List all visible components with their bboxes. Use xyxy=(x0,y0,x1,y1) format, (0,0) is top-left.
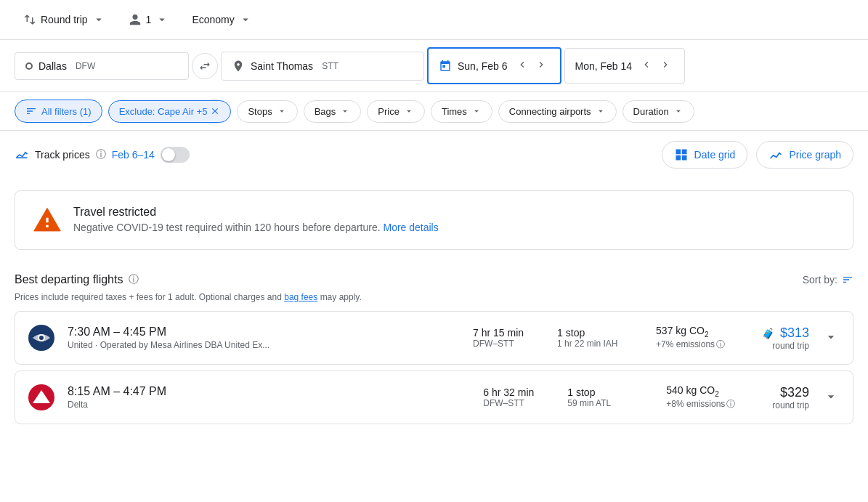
passengers-label: 1 xyxy=(146,14,152,25)
emissions-info-icon[interactable]: ⓘ xyxy=(726,398,735,410)
depart-date-nav xyxy=(514,56,550,76)
emissions-value: 540 kg CO2 xyxy=(666,384,760,398)
all-filters-button[interactable]: All filters (1) xyxy=(15,100,102,123)
airline-logo-delta xyxy=(27,383,56,412)
track-prices-row: Track prices ⓘ Feb 6–14 Date grid Price … xyxy=(0,131,868,179)
more-details-link[interactable]: More details xyxy=(383,222,438,233)
return-date-prev[interactable] xyxy=(638,56,655,76)
duration-value: 7 hr 15 min xyxy=(473,327,545,339)
price-graph-button[interactable]: Price graph xyxy=(756,141,853,169)
search-bar: Dallas DFW Saint Thomas STT Sun, Feb 6 M… xyxy=(0,40,868,92)
travel-restricted-text: Negative COVID-19 test required within 1… xyxy=(73,222,439,233)
united-airlines-logo xyxy=(28,325,54,351)
sort-control: Sort by: xyxy=(803,274,853,286)
travel-restricted-message: Negative COVID-19 test required within 1… xyxy=(73,222,381,233)
flight-price-delta: $329 round trip xyxy=(772,385,809,410)
bag-fee-icon: 🧳 xyxy=(762,328,774,339)
stops-filter-button[interactable]: Stops xyxy=(237,100,297,123)
connecting-airports-filter-button[interactable]: Connecting airports xyxy=(498,100,617,123)
times-filter-button[interactable]: Times xyxy=(431,100,492,123)
best-departing-title: Best departing flights xyxy=(15,273,123,286)
destination-input[interactable]: Saint Thomas STT xyxy=(221,52,424,81)
expand-chevron-icon xyxy=(824,330,838,344)
origin-input[interactable]: Dallas DFW xyxy=(15,52,189,80)
exclude-filter-button[interactable]: Exclude: Cape Air +5 xyxy=(108,100,232,123)
all-filters-label: All filters (1) xyxy=(41,106,92,117)
track-prices-right: Date grid Price graph xyxy=(662,141,853,169)
flight-row[interactable]: 8:15 AM – 4:47 PM Delta 6 hr 32 min DFW–… xyxy=(15,371,853,424)
sort-by-label: Sort by: xyxy=(803,274,837,286)
price-graph-icon xyxy=(768,147,783,162)
chevron-left-icon xyxy=(516,59,528,70)
date-grid-icon xyxy=(674,147,689,162)
price-chevron-icon xyxy=(404,106,414,116)
filter-bar: All filters (1) Exclude: Cape Air +5 Sto… xyxy=(0,92,868,131)
section-subtitle: Prices include required taxes + fees for… xyxy=(15,292,853,311)
arrive-time: 4:45 PM xyxy=(123,325,167,338)
airline-detail: Delta xyxy=(68,400,471,410)
depart-date-next[interactable] xyxy=(532,56,550,76)
price-value: $313 xyxy=(780,325,809,340)
chevron-left-icon2 xyxy=(641,59,652,70)
exclude-label: Exclude: Cape Air +5 xyxy=(119,106,208,117)
stop-detail: 1 hr 22 min IAH xyxy=(557,339,644,349)
price-graph-label: Price graph xyxy=(789,149,841,161)
airline-logo-united xyxy=(27,323,56,352)
depart-date-label: Sun, Feb 6 xyxy=(458,60,508,72)
price-filter-button[interactable]: Price xyxy=(367,100,425,123)
passengers-button[interactable]: 1 xyxy=(120,7,178,32)
swap-airports-button[interactable] xyxy=(192,53,218,79)
bags-chevron-icon xyxy=(340,106,350,116)
emissions-change: +8% emissions ⓘ xyxy=(666,398,760,410)
flight-time-range: 7:30 AM – 4:45 PM xyxy=(68,325,461,339)
track-prices-info-icon[interactable]: ⓘ xyxy=(96,148,106,161)
section-info-icon[interactable]: ⓘ xyxy=(129,273,139,286)
chevron-right-icon2 xyxy=(660,59,671,70)
date-grid-button[interactable]: Date grid xyxy=(662,141,748,169)
section-title: Best departing flights ⓘ xyxy=(15,273,139,286)
bags-filter-button[interactable]: Bags xyxy=(304,100,362,123)
swap-icon xyxy=(198,60,211,73)
return-date-input[interactable]: Mon, Feb 14 xyxy=(564,48,686,84)
depart-date-input[interactable]: Sun, Feb 6 xyxy=(427,47,561,84)
toggle-knob xyxy=(162,148,175,161)
trip-type-button[interactable]: Round trip xyxy=(15,7,114,32)
flight-expand-button[interactable] xyxy=(821,327,841,349)
delta-airlines-logo xyxy=(28,384,54,410)
calendar-icon xyxy=(439,60,452,73)
duration-chevron-icon xyxy=(673,106,684,116)
return-date-nav xyxy=(638,56,674,76)
track-prices-toggle[interactable] xyxy=(161,147,190,163)
person-icon xyxy=(129,13,142,26)
flight-expand-button[interactable] xyxy=(821,386,841,409)
class-chevron-icon xyxy=(239,13,252,26)
bag-fees-link[interactable]: bag fees xyxy=(284,292,317,302)
subtitle-start: Prices include required taxes + fees for… xyxy=(15,292,282,302)
filter-icon xyxy=(25,105,37,117)
return-date-next[interactable] xyxy=(657,56,674,76)
connecting-chevron-icon xyxy=(596,106,606,116)
route-value: DFW–STT xyxy=(473,339,545,349)
section-header: Best departing flights ⓘ Sort by: xyxy=(15,262,853,292)
sort-button[interactable] xyxy=(842,274,853,286)
duration-label: Duration xyxy=(633,106,669,117)
destination-pin-icon xyxy=(232,60,245,73)
emissions-info-icon[interactable]: ⓘ xyxy=(716,339,725,351)
price-type: round trip xyxy=(772,400,809,410)
flights-section: Best departing flights ⓘ Sort by: Prices… xyxy=(0,262,868,445)
depart-time: 8:15 AM xyxy=(68,385,110,397)
duration-filter-button[interactable]: Duration xyxy=(622,100,694,123)
stops-chevron-icon xyxy=(277,106,287,116)
trip-type-label: Round trip xyxy=(41,14,88,25)
airline-detail: United · Operated by Mesa Airlines DBA U… xyxy=(68,340,461,350)
stop-detail: 59 min ATL xyxy=(567,398,654,408)
class-button[interactable]: Economy xyxy=(183,7,260,32)
class-label: Economy xyxy=(192,14,234,25)
origin-code: DFW xyxy=(76,61,95,71)
chevron-right-icon xyxy=(535,59,547,70)
svg-point-3 xyxy=(39,336,44,340)
travel-restricted-content: Travel restricted Negative COVID-19 test… xyxy=(73,206,439,233)
flight-time-range: 8:15 AM – 4:47 PM xyxy=(68,385,471,398)
flight-row[interactable]: 7:30 AM – 4:45 PM United · Operated by M… xyxy=(15,311,853,365)
depart-date-prev[interactable] xyxy=(514,56,531,76)
